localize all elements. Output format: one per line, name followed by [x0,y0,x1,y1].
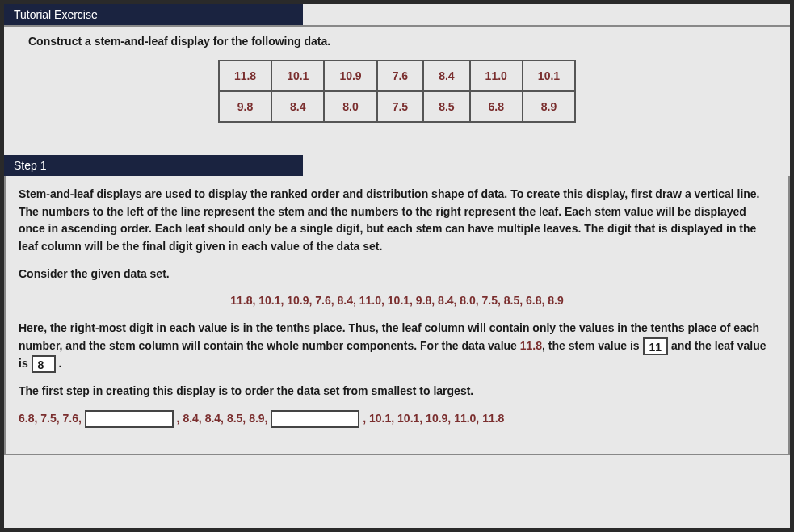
ordered-data-line: 6.8, 7.5, 7.6, , 8.4, 8.4, 8.5, 8.9, , 1… [19,410,775,428]
explanation-paragraph: Here, the right-most digit in each value… [19,320,775,373]
data-cell: 8.0 [324,91,376,122]
table-row: 9.8 8.4 8.0 7.5 8.5 6.8 8.9 [219,91,575,122]
data-cell: 7.5 [377,91,423,122]
data-cell: 11.0 [470,61,523,91]
ordered-part2: , 8.4, 8.4, 8.5, 8.9, [174,412,271,425]
step1-body: Stem-and-leaf displays are used to displ… [4,176,790,455]
intro-text: Stem-and-leaf displays are used to displ… [19,186,775,256]
instruction-text: Construct a stem-and-leaf display for th… [28,35,766,48]
order-blank-2[interactable] [271,410,359,428]
data-cell: 8.4 [423,61,469,91]
step1-section: Step 1 Stem-and-leaf displays are used t… [4,155,790,455]
data-list-text: 11.8, 10.1, 10.9, 7.6, 8.4, 11.0, 10.1, … [19,292,775,310]
ordered-part3: , 10.1, 10.1, 10.9, 11.0, 11.8 [359,412,504,425]
ordered-part1: 6.8, 7.5, 7.6, [19,412,85,425]
data-table: 11.8 10.1 10.9 7.6 8.4 11.0 10.1 9.8 8.4… [218,60,576,123]
data-cell: 8.5 [423,91,469,122]
data-cell: 10.1 [523,61,575,91]
highlight-value: 11.8 [520,339,542,352]
data-cell: 8.9 [523,91,575,122]
consider-text: Consider the given data set. [19,266,775,283]
data-cell: 8.4 [271,91,324,122]
order-instruction: The first step in creating this display … [19,383,775,400]
data-cell: 6.8 [470,91,523,122]
data-cell: 10.9 [324,61,376,91]
here-end: . [56,357,62,370]
here-mid1: , the stem value is [542,339,643,352]
leaf-input[interactable]: 8 [32,355,56,373]
data-cell: 10.1 [271,61,324,91]
tutorial-section: Tutorial Exercise Construct a stem-and-l… [4,4,790,151]
data-cell: 7.6 [377,61,423,91]
page-container: Tutorial Exercise Construct a stem-and-l… [4,4,790,528]
data-cell: 11.8 [219,61,271,91]
tutorial-body: Construct a stem-and-leaf display for th… [4,27,790,151]
table-row: 11.8 10.1 10.9 7.6 8.4 11.0 10.1 [219,61,575,91]
step1-header: Step 1 [4,155,303,176]
tutorial-header: Tutorial Exercise [4,4,303,25]
stem-input[interactable]: 11 [643,337,669,355]
order-blank-1[interactable] [85,410,174,428]
data-cell: 9.8 [219,91,271,122]
